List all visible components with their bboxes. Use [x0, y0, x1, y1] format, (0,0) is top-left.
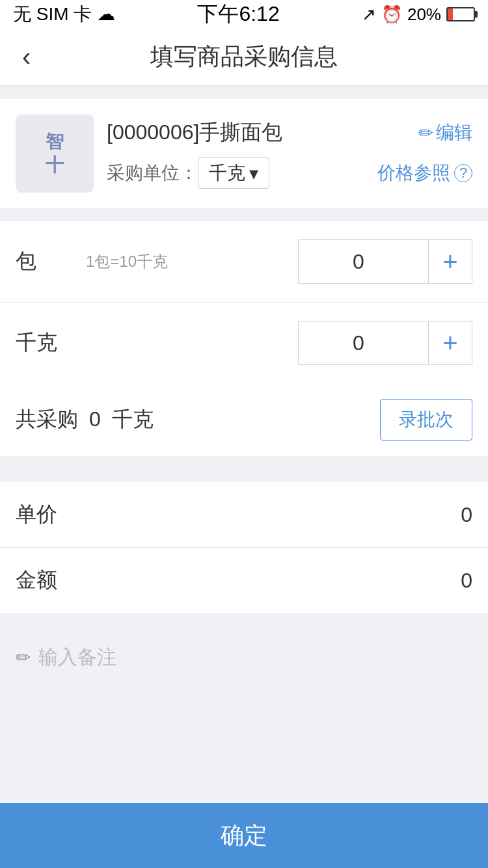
page-title: 填写商品采购信息	[150, 41, 338, 73]
amount-value: 0	[461, 569, 472, 593]
kg-quantity-input[interactable]	[298, 321, 428, 365]
section-divider-2	[0, 456, 488, 469]
product-info: [0000006]手撕面包 ✏ 编辑 采购单位： 千克 ▾ 价格参照 ?	[107, 118, 472, 189]
price-section: 单价 0 金额 0	[0, 482, 488, 613]
kg-plus-button[interactable]: +	[428, 321, 472, 365]
edit-icon: ✏	[418, 122, 433, 144]
bao-input-control: +	[298, 239, 472, 284]
bao-quantity-input[interactable]	[298, 239, 428, 284]
batch-button[interactable]: 录批次	[380, 399, 472, 441]
amount-label: 金额	[16, 566, 57, 595]
kg-row: 千克 +	[0, 303, 488, 383]
unit-label: 采购单位：	[107, 161, 198, 185]
alarm-icon: ⏰	[381, 5, 402, 25]
battery-icon	[446, 7, 475, 21]
unit-price-value: 0	[461, 503, 472, 527]
bao-plus-button[interactable]: +	[428, 239, 472, 284]
total-prefix: 共采购	[16, 407, 78, 431]
nav-bar: ‹ 填写商品采购信息	[0, 29, 488, 86]
battery-percent: 20%	[407, 5, 441, 25]
dropdown-icon: ▾	[249, 163, 258, 184]
sim-label: 无 SIM 卡 ☁	[13, 2, 115, 27]
price-ref-button[interactable]: 价格参照 ?	[377, 161, 472, 185]
status-bar: 无 SIM 卡 ☁ 下午6:12 ↗ ⏰ 20%	[0, 0, 488, 29]
total-unit: 千克	[112, 407, 154, 431]
remark-section[interactable]: ✏ 输入备注	[0, 626, 488, 689]
quantity-section: 包 1包=10千克 + 千克 +	[0, 221, 488, 383]
product-card: 智 十 [0000006]手撕面包 ✏ 编辑 采购单位： 千克 ▾ 价格参照 ?	[0, 99, 488, 208]
unit-price-row: 单价 0	[0, 482, 488, 548]
status-right: ↗ ⏰ 20%	[362, 5, 475, 25]
total-amount: 0	[89, 407, 101, 431]
confirm-bar[interactable]: 确定	[0, 803, 488, 868]
product-logo: 智 十	[46, 130, 64, 178]
help-icon: ?	[454, 164, 472, 182]
status-time: 下午6:12	[197, 0, 279, 29]
confirm-text: 确定	[221, 820, 267, 852]
bao-row: 包 1包=10千克 +	[0, 221, 488, 303]
back-button[interactable]: ‹	[16, 36, 37, 78]
kg-label: 千克	[16, 329, 81, 357]
unit-price-label: 单价	[16, 500, 57, 529]
kg-input-control: +	[298, 321, 472, 365]
section-divider-1	[0, 208, 488, 221]
edit-button[interactable]: ✏ 编辑	[418, 120, 472, 145]
product-thumbnail: 智 十	[16, 115, 94, 193]
amount-row: 金额 0	[0, 548, 488, 613]
remark-input[interactable]: 输入备注	[38, 644, 116, 671]
total-row: 共采购 0 千克 录批次	[0, 383, 488, 456]
total-text: 共采购 0 千克	[16, 405, 154, 434]
pencil-icon: ✏	[16, 647, 31, 668]
product-name: [0000006]手撕面包	[107, 118, 282, 147]
bao-label: 包	[16, 247, 81, 276]
bao-sublabel: 1包=10千克	[86, 251, 298, 272]
status-left: 无 SIM 卡 ☁	[13, 2, 115, 27]
location-icon: ↗	[362, 5, 376, 25]
unit-select[interactable]: 千克 ▾	[198, 157, 269, 189]
